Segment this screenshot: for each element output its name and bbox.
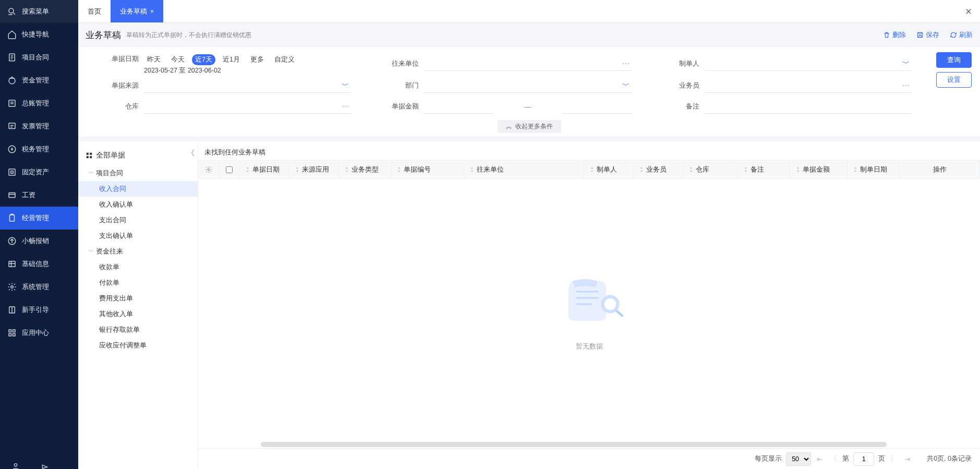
sidebar-item-assets[interactable]: 固定资产: [0, 161, 78, 184]
tree-leaf-income-contract[interactable]: 收入合同: [78, 181, 198, 197]
sidebar-item-apps[interactable]: 应用中心: [0, 321, 78, 344]
tree-leaf-expense-confirm[interactable]: 支出确认单: [78, 228, 198, 244]
sidebar-item-system[interactable]: 系统管理: [0, 275, 78, 298]
page-size-select[interactable]: 50: [786, 452, 811, 466]
select-all-checkbox[interactable]: [226, 166, 233, 173]
chip-yesterday[interactable]: 昨天: [144, 54, 164, 65]
footer-icon-left[interactable]: [11, 462, 20, 467]
sidebar-item-ledger[interactable]: 总账管理: [0, 92, 78, 115]
sidebar-item-funds[interactable]: 资金管理: [0, 69, 78, 92]
col-biz-type[interactable]: 业务类型: [339, 161, 391, 178]
home-icon: [7, 30, 17, 39]
svg-rect-20: [87, 156, 89, 158]
chip-7days[interactable]: 近7天: [192, 54, 215, 65]
tree-leaf-pay[interactable]: 付款单: [78, 275, 198, 291]
warehouse-input[interactable]: [144, 99, 340, 114]
sidebar-item-search-menu[interactable]: 搜索菜单: [0, 0, 78, 23]
horizontal-scrollbar[interactable]: [198, 441, 980, 448]
tree-leaf-expense-contract[interactable]: 支出合同: [78, 212, 198, 228]
svg-rect-13: [13, 330, 16, 332]
svg-rect-18: [87, 153, 89, 155]
tree-leaf-adjust[interactable]: 应收应付调整单: [78, 338, 198, 353]
col-doc-date[interactable]: 单据日期: [240, 161, 289, 178]
sidebar-item-label: 发票管理: [22, 122, 49, 131]
ellipsis-icon[interactable]: ⋯: [340, 102, 351, 111]
chip-today[interactable]: 今天: [168, 54, 188, 65]
filter-label-sales: 业务员: [647, 81, 705, 90]
save-button[interactable]: 保存: [916, 30, 939, 40]
col-maker[interactable]: 制单人: [584, 161, 634, 178]
toggle-filters-button[interactable]: ︽ 收起更多条件: [498, 120, 561, 133]
action-label: 删除: [892, 30, 906, 40]
settings-button[interactable]: 设置: [936, 72, 972, 88]
col-create-date[interactable]: 制单日期: [848, 161, 900, 178]
tree-group-contract[interactable]: ﹀ 项目合同: [78, 165, 198, 181]
col-partner[interactable]: 往来单位: [464, 161, 584, 178]
close-icon[interactable]: ×: [150, 8, 154, 15]
sidebar-item-label: 基础信息: [22, 259, 49, 269]
collapse-tree-button[interactable]: 《: [187, 149, 195, 158]
sidebar-item-contract[interactable]: 项目合同: [0, 46, 78, 69]
remark-input[interactable]: [705, 99, 912, 114]
dept-input[interactable]: [424, 78, 620, 93]
chip-custom[interactable]: 自定义: [271, 54, 298, 65]
sidebar-item-expense[interactable]: 小畅报销: [0, 230, 78, 252]
col-source-app[interactable]: 来源应用: [289, 161, 339, 178]
col-sales[interactable]: 业务员: [634, 161, 683, 178]
maker-input[interactable]: [705, 56, 900, 71]
refresh-button[interactable]: 刷新: [950, 30, 973, 40]
sidebar-item-operation[interactable]: 经营管理: [0, 207, 78, 230]
prev-page-button[interactable]: 〈: [829, 454, 838, 464]
tree-group-label: 项目合同: [96, 169, 123, 178]
delete-button[interactable]: 删除: [883, 30, 906, 40]
empty-state: 暂无数据: [198, 179, 980, 441]
sidebar-item-salary[interactable]: 工资: [0, 184, 78, 207]
chip-more[interactable]: 更多: [247, 54, 267, 65]
col-remark[interactable]: 备注: [738, 161, 790, 178]
ellipsis-icon[interactable]: ⋯: [620, 59, 632, 68]
col-warehouse[interactable]: 仓库: [683, 161, 738, 178]
sidebar-item-basedata[interactable]: 基础信息: [0, 252, 78, 275]
tree-leaf-receive[interactable]: 收款单: [78, 259, 198, 275]
header-select-all[interactable]: [219, 161, 240, 178]
svg-rect-25: [615, 309, 624, 317]
tab-draft[interactable]: 业务草稿 ×: [111, 0, 163, 22]
tree-leaf-other-income[interactable]: 其他收入单: [78, 306, 198, 322]
sidebar-item-label: 项目合同: [22, 53, 49, 62]
partner-input[interactable]: [424, 56, 620, 71]
header-settings-button[interactable]: [198, 161, 219, 178]
chevron-down-icon[interactable]: ﹀: [620, 81, 632, 90]
footer-icon-right[interactable]: [41, 462, 49, 467]
sidebar-item-guide[interactable]: 新手引导: [0, 298, 78, 321]
sales-input[interactable]: [705, 78, 900, 93]
last-page-button[interactable]: ⇥: [903, 455, 912, 463]
sidebar-item-quick-nav[interactable]: 快捷导航: [0, 23, 78, 46]
tree-group-label: 资金往来: [96, 247, 123, 256]
tab-home[interactable]: 首页: [78, 0, 111, 22]
first-page-button[interactable]: ⇤: [815, 455, 825, 463]
tree-group-funds[interactable]: ﹀ 资金往来: [78, 244, 198, 259]
tax-icon: [7, 145, 17, 154]
chevron-down-icon[interactable]: ﹀: [900, 59, 912, 68]
col-doc-no[interactable]: 单据编号: [391, 161, 464, 178]
source-input[interactable]: [144, 78, 340, 93]
chevron-down-icon[interactable]: ﹀: [340, 81, 351, 90]
amount-from-input[interactable]: [424, 99, 493, 114]
sidebar-item-invoice[interactable]: 发票管理: [0, 115, 78, 138]
action-label: 保存: [926, 30, 939, 40]
next-page-button[interactable]: 〉: [889, 454, 899, 464]
tree-leaf-income-confirm[interactable]: 收入确认单: [78, 197, 198, 212]
caret-down-icon: ﹀: [89, 248, 94, 255]
col-amount[interactable]: 单据金额: [790, 161, 848, 178]
sidebar-item-tax[interactable]: 税务管理: [0, 138, 78, 161]
query-button[interactable]: 查询: [936, 52, 972, 68]
tree-leaf-bank[interactable]: 银行存取款单: [78, 322, 198, 338]
tree-leaf-expense-bill[interactable]: 费用支出单: [78, 291, 198, 306]
page-number-input[interactable]: [853, 452, 874, 466]
ellipsis-icon[interactable]: ⋯: [900, 81, 912, 90]
chip-1month[interactable]: 近1月: [220, 54, 243, 65]
pager-label: 页: [878, 454, 885, 463]
amount-to-input[interactable]: [562, 99, 631, 114]
filter-label-warehouse: 仓库: [87, 102, 144, 111]
close-all-button[interactable]: [957, 0, 980, 22]
